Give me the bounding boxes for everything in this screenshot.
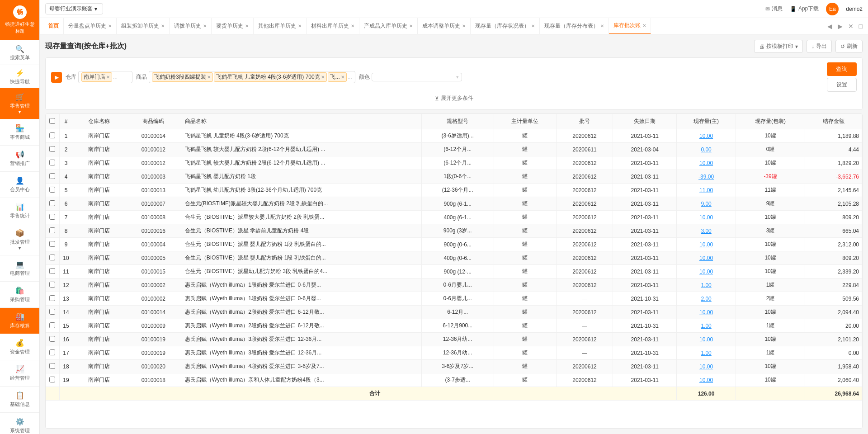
sidebar-item-warehouse[interactable]: 🏭 库存核算 [0, 308, 39, 334]
row-qty-main[interactable]: 11.00 [677, 184, 736, 197]
row-checkbox[interactable] [46, 143, 59, 156]
th-checkbox[interactable] [46, 114, 59, 129]
tab-close-product-in[interactable]: ✕ [409, 24, 413, 28]
row-qty-main[interactable]: 10.00 [677, 360, 736, 373]
tab-warehouse-batch[interactable]: 库存批次账 ✕ [609, 18, 651, 34]
row-qty-main[interactable]: 10.00 [677, 333, 736, 346]
sidebar-item-wholesale[interactable]: 📦 批发管理 ▼ [0, 224, 39, 255]
tab-close-cost-adjust[interactable]: ✕ [462, 24, 466, 28]
expand-more-btn[interactable]: ⊻ 展开更多条件 [51, 92, 857, 105]
tab-close-stock-status[interactable]: ✕ [531, 24, 535, 28]
search-expand-button[interactable]: ▶ [51, 72, 62, 83]
product-tag-container[interactable]: 飞鹤奶粉3段四罐提装 ✕ 飞鹤星飞帆 儿童奶粉 4段(3-6岁适用) 700克 … [149, 71, 355, 83]
warehouse-tag-container[interactable]: 南岸门店 ✕ ... [78, 71, 132, 83]
export-button[interactable]: ↓ 导出 [807, 40, 832, 53]
refresh-button[interactable]: ↺ 刷新 [835, 40, 863, 53]
color-input[interactable]: ▾ [372, 73, 462, 81]
row-qty-main[interactable]: 0.00 [677, 143, 736, 156]
row-qty-main[interactable]: 1.00 [677, 319, 736, 333]
product-tag3-close[interactable]: ✕ [341, 75, 344, 80]
row-qty-main[interactable]: -39.00 [677, 170, 736, 184]
row-checkbox[interactable] [46, 292, 59, 306]
row-checkbox[interactable] [46, 129, 59, 143]
row-checkbox[interactable] [46, 211, 59, 224]
table-scroll[interactable]: # 仓库名称 商品编码 商品名称 规格型号 主计量单位 批号 失效日期 现存量(… [46, 114, 862, 428]
row-qty-main[interactable]: 10.00 [677, 306, 736, 319]
sidebar-item-basic[interactable]: 📋 基础信息 [0, 387, 39, 413]
sidebar-item-operation[interactable]: 📈 经营管理 [0, 360, 39, 387]
tab-close-warehouse-batch[interactable]: ✕ [642, 23, 646, 28]
tab-home[interactable]: 首页 [43, 18, 64, 34]
settings-button[interactable]: 设置 [827, 78, 857, 92]
warehouse-tag-close[interactable]: ✕ [106, 75, 110, 80]
tab-yao-huo[interactable]: 要货单历史 ✕ [212, 18, 254, 34]
tab-close-cailiao-out[interactable]: ✕ [351, 24, 354, 28]
sidebar-item-search[interactable]: 🔍 搜索英单 [0, 40, 39, 65]
row-checkbox[interactable] [46, 224, 59, 238]
row-checkbox[interactable] [46, 251, 59, 265]
row-checkbox[interactable] [46, 373, 59, 387]
row-checkbox[interactable] [46, 156, 59, 170]
sidebar-item-finance[interactable]: 💰 资金管理 [0, 334, 39, 360]
tab-close-yao-huo[interactable]: ✕ [245, 24, 249, 28]
row-qty-main[interactable]: 10.00 [677, 373, 736, 387]
row-checkbox[interactable] [46, 360, 59, 373]
row-checkbox[interactable] [46, 346, 59, 360]
row-checkbox[interactable] [46, 184, 59, 197]
sidebar-item-retail-shop[interactable]: 🏪 零售商城 [0, 119, 39, 146]
row-qty-main[interactable]: 10.00 [677, 265, 736, 278]
row-checkbox[interactable] [46, 238, 59, 251]
product-ellipsis[interactable]: ... [348, 74, 352, 80]
row-qty-main[interactable]: 9.00 [677, 197, 736, 211]
row-checkbox[interactable] [46, 265, 59, 278]
tab-close-fen-pan[interactable]: ✕ [108, 24, 112, 28]
tab-stock-dist[interactable]: 现存量（库存分布表） ✕ [540, 18, 609, 34]
account-selector[interactable]: 母婴行业演示账套 ▾ [45, 3, 103, 14]
row-qty-main[interactable]: 10.00 [677, 129, 736, 143]
tab-maximize[interactable]: □ [857, 23, 864, 30]
product-tag1-close[interactable]: ✕ [207, 75, 211, 80]
row-qty-main[interactable]: 1.00 [677, 346, 736, 360]
tab-tiao-bo[interactable]: 调拨单历史 ✕ [170, 18, 212, 34]
sidebar-item-quick-nav[interactable]: ⚡ 快捷导航 [0, 65, 39, 88]
sidebar-item-retail[interactable]: 🛒 零售管理 ▼ [0, 88, 39, 119]
row-qty-main[interactable]: 10.00 [677, 251, 736, 265]
tab-fen-pan[interactable]: 分量盘点单历史 ✕ [64, 18, 117, 34]
tab-cailiao-out[interactable]: 材料出库单历史 ✕ [307, 18, 359, 34]
sidebar-item-member[interactable]: 👤 会员中心 [0, 172, 39, 198]
sidebar-item-system[interactable]: ⚙️ 系统管理 [0, 413, 39, 434]
tab-close-stock-dist[interactable]: ✕ [600, 24, 604, 28]
sidebar-item-purchase[interactable]: 🛍️ 采购管理 [0, 282, 39, 308]
select-all-checkbox[interactable] [49, 118, 55, 124]
row-checkbox[interactable] [46, 319, 59, 333]
tab-stock-status[interactable]: 现存量（库存状况表） ✕ [471, 18, 540, 34]
row-qty-main[interactable]: 10.00 [677, 156, 736, 170]
tab-product-in[interactable]: 产成品入库单历史 ✕ [359, 18, 418, 34]
sidebar-item-marketing[interactable]: 📢 营销推广 [0, 146, 39, 172]
tab-cost-adjust[interactable]: 成本调整单历史 ✕ [418, 18, 471, 34]
sidebar-item-ecommerce[interactable]: 💻 电商管理 [0, 255, 39, 282]
warehouse-ellipsis[interactable]: ... [113, 74, 118, 80]
sidebar-item-retail-stats[interactable]: 📊 零售统计 [0, 198, 39, 224]
tab-close-zu-chai[interactable]: ✕ [161, 24, 165, 28]
tab-other-out[interactable]: 其他出库单历史 ✕ [254, 18, 307, 34]
tab-close-all[interactable]: ✕ [846, 23, 855, 30]
row-qty-main[interactable]: 1.00 [677, 278, 736, 292]
tab-close-tiao-bo[interactable]: ✕ [203, 24, 207, 28]
query-button[interactable]: 查询 [827, 62, 857, 76]
row-checkbox[interactable] [46, 197, 59, 211]
row-qty-main[interactable]: 10.00 [677, 211, 736, 224]
print-button[interactable]: 🖨 按模板打印 ▾ [754, 40, 803, 53]
message-btn[interactable]: ✉ 消息 [765, 5, 783, 13]
row-checkbox[interactable] [46, 170, 59, 184]
row-checkbox[interactable] [46, 278, 59, 292]
product-tag2-close[interactable]: ✕ [321, 75, 325, 80]
tab-arrow-left[interactable]: ◀ [826, 23, 834, 30]
tab-zu-chai[interactable]: 组装拆卸单历史 ✕ [117, 18, 170, 34]
row-qty-main[interactable]: 3.00 [677, 224, 736, 238]
row-qty-main[interactable]: 10.00 [677, 238, 736, 251]
row-checkbox[interactable] [46, 333, 59, 346]
row-checkbox[interactable] [46, 306, 59, 319]
row-qty-main[interactable]: 2.00 [677, 292, 736, 306]
tab-close-other-out[interactable]: ✕ [298, 24, 302, 28]
